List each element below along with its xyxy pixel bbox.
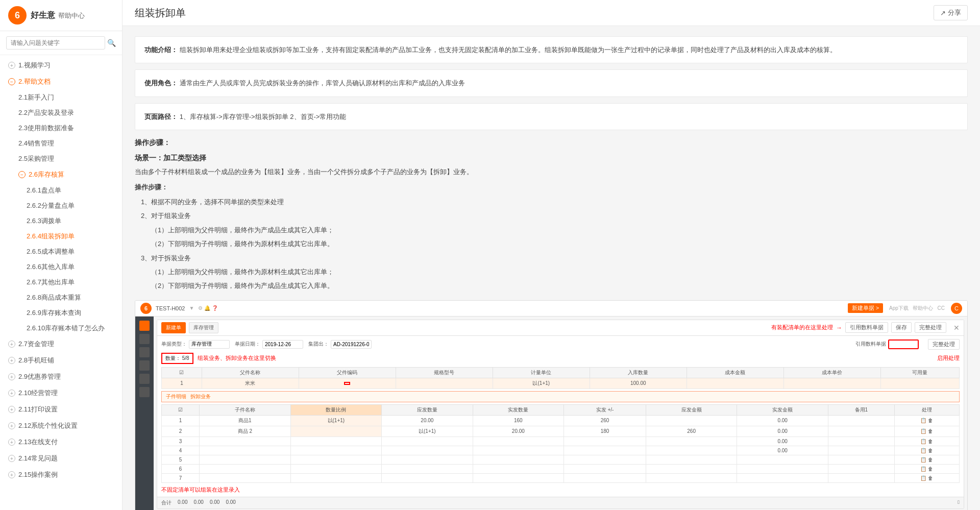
role-label: 使用角色： bbox=[144, 79, 178, 87]
scene1-title: 场景一：加工类型选择 bbox=[135, 154, 968, 163]
sidebar-item-2-15[interactable]: + 2.15操作案例 bbox=[0, 467, 122, 483]
mock-dialog: 新建单 库存管理 有装配清单的在这里处理 → 引用数料单据 保存 bbox=[157, 320, 964, 509]
share-label: 分享 bbox=[948, 8, 961, 17]
mock-expand-btn[interactable]: 完整处理 bbox=[928, 339, 960, 350]
step2-sub2: （2）下部明细为子件明细，最终作为原材料生成其它出库单。 bbox=[151, 238, 968, 250]
sidebar-item-2-2[interactable]: 2.2产品安装及登录 bbox=[0, 105, 122, 120]
sidebar: 6 好生意 帮助中心 🔍 + 1.视频学习 − 2.帮助文档 2.1新手入门 2… bbox=[0, 0, 122, 510]
col-parent-code: 父件编码 bbox=[299, 367, 396, 378]
sidebar-item-2-7-label: 2.7资金管理 bbox=[18, 339, 54, 349]
mock-lower-header: 子件明细 拆卸业务 bbox=[161, 391, 960, 402]
nav-section: + 1.视频学习 − 2.帮助文档 2.1新手入门 2.2产品安装及登录 2.3… bbox=[0, 55, 122, 485]
sidebar-item-2-6-7[interactable]: 2.6.7其他出库单 bbox=[0, 275, 122, 290]
steps-title: 操作步骤： bbox=[135, 181, 968, 193]
sidebar-item-2-5[interactable]: 2.5采购管理 bbox=[0, 151, 122, 166]
table-row: 5📋 🗑 bbox=[162, 455, 960, 464]
share-button[interactable]: ↗ 分享 bbox=[934, 5, 968, 20]
search-box: 🔍 bbox=[0, 31, 122, 55]
sidebar-item-2-13[interactable]: + 2.13在线支付 bbox=[0, 434, 122, 450]
sidebar-item-2-13-label: 2.13在线支付 bbox=[18, 438, 58, 447]
path-label: 页面路径： bbox=[144, 113, 178, 120]
col-unit-cost: 成本单价 bbox=[783, 367, 880, 378]
sidebar-item-2-9[interactable]: + 2.9优惠券管理 bbox=[0, 369, 122, 385]
sidebar-item-2-8[interactable]: + 2.8手机旺铺 bbox=[0, 352, 122, 369]
mock-confirm-btn[interactable]: 完整处理 bbox=[915, 322, 946, 333]
steps-list: 1、根据不同的业务，选择不同单据的类型来处理 2、对于组装业务 （1）上部明细为… bbox=[141, 196, 968, 292]
col-spec: 规格型号 bbox=[396, 367, 493, 378]
mock-tab-new[interactable]: 新建单 bbox=[161, 322, 186, 333]
expand-2-9-icon: + bbox=[8, 373, 15, 380]
mock-lower-table: ☑ 子件名称 数量比例 应发数量 实发数量 实发 +/- 应发金额 实发金额 bbox=[161, 404, 960, 483]
main-content: 组装拆卸单 ↗ 分享 功能介绍： 组装拆卸单用来处理企业组装或拆卸等加工业务，支… bbox=[122, 0, 980, 510]
sidebar-item-2-12[interactable]: + 2.12系统个性化设置 bbox=[0, 418, 122, 434]
table-row: 6📋 🗑 bbox=[162, 464, 960, 473]
mock-ref-input[interactable] bbox=[888, 339, 919, 349]
mock-fields: 单据类型： 单据日期： 集团出： bbox=[157, 336, 964, 353]
sidebar-item-2-6-3[interactable]: 2.6.3调拨单 bbox=[0, 213, 122, 229]
sidebar-item-2-1[interactable]: 2.1新手入门 bbox=[0, 90, 122, 105]
mock-lower-table-wrapper: ☑ 子件名称 数量比例 应发数量 实发数量 实发 +/- 应发金额 实发金额 bbox=[157, 402, 964, 485]
mock-field-id-input[interactable] bbox=[331, 340, 372, 349]
mock-logo: 6 bbox=[140, 303, 152, 314]
mock-field-id: 集团出： bbox=[308, 340, 372, 349]
mock-field-type-input[interactable] bbox=[189, 340, 230, 349]
step2-sub1: （1）上部明细为父件明细，最终作为产成品生成其它入库单； bbox=[151, 224, 968, 236]
sidebar-item-2-6-1[interactable]: 2.6.1盘点单 bbox=[0, 183, 122, 198]
col-cost: 成本金额 bbox=[687, 367, 783, 378]
mock-sidebar bbox=[135, 317, 154, 510]
mock-sidebar-icon-5 bbox=[139, 374, 150, 384]
topbar: 组装拆卸单 ↗ 分享 bbox=[122, 0, 980, 26]
sidebar-item-2-4[interactable]: 2.4销售管理 bbox=[0, 136, 122, 151]
annot4-label: 不固定清单可以组装在这里录入 bbox=[157, 485, 964, 497]
col-check: ☑ bbox=[162, 367, 202, 378]
mock-sidebar-icon-4 bbox=[139, 360, 150, 371]
mock-import-btn[interactable]: 引用数料单据 bbox=[845, 322, 888, 333]
screenshot-inner: 6 TEST-H002 ▼ ⚙ 🔔 ❓ 新建单据 > App下载 帮助中心 CC… bbox=[135, 301, 967, 510]
mock-close-icon[interactable]: ✕ bbox=[953, 324, 960, 332]
expand-2-10-icon: + bbox=[8, 390, 15, 397]
sidebar-item-2-6-6[interactable]: 2.6.6其他入库单 bbox=[0, 259, 122, 275]
sidebar-item-video[interactable]: + 1.视频学习 bbox=[0, 57, 122, 74]
annot1-label: 有装配清单的在这里处理 bbox=[771, 324, 833, 331]
collapse-icon: − bbox=[8, 78, 15, 85]
search-button[interactable]: 🔍 bbox=[107, 39, 116, 47]
sidebar-item-2-10-label: 2.10经营管理 bbox=[18, 388, 58, 398]
mock-footer: 合计 0.00 0.00 0.00 0.00  bbox=[157, 497, 964, 508]
table-row: 40.00📋 🗑 bbox=[162, 446, 960, 455]
sidebar-item-2-6-8[interactable]: 2.6.8商品成本重算 bbox=[0, 290, 122, 305]
sidebar-item-docs[interactable]: − 2.帮助文档 bbox=[0, 74, 122, 90]
sidebar-item-2-6-4[interactable]: 2.6.4组装拆卸单 bbox=[0, 229, 122, 244]
sidebar-item-2-14[interactable]: + 2.14常见问题 bbox=[0, 450, 122, 467]
feature-label: 功能介绍： bbox=[144, 46, 178, 54]
mock-body: 新建单 库存管理 有装配清单的在这里处理 → 引用数料单据 保存 bbox=[135, 317, 967, 510]
mock-tab-list[interactable]: 库存管理 bbox=[189, 322, 218, 333]
step3: 3、对于拆装业务 bbox=[141, 252, 968, 264]
mock-field-type: 单据类型： bbox=[161, 340, 230, 349]
mock-new-order-btn[interactable]: 新建单据 > bbox=[848, 303, 883, 313]
mock-field-date-input[interactable] bbox=[262, 340, 303, 349]
sidebar-item-2-11[interactable]: + 2.11打印设置 bbox=[0, 401, 122, 418]
mock-ref-label: 引用数料单据 bbox=[855, 341, 886, 348]
role-block: 使用角色： 通常由生产人员或库管人员完成拆装业务的操作，库管人员确认原材料的出库… bbox=[135, 69, 968, 96]
feature-block: 功能介绍： 组装拆卸单用来处理企业组装或拆卸等加工业务，支持有固定装配清单的产品… bbox=[135, 36, 968, 63]
sidebar-item-2-6[interactable]: − 2.6库存核算 bbox=[0, 166, 122, 183]
mock-upper-table: ☑ 父件名称 父件编码 规格型号 计量单位 入库数量 成本金额 成本单价 bbox=[161, 367, 960, 389]
sidebar-item-2-6-10[interactable]: 2.6.10库存账本错了怎么办 bbox=[0, 321, 122, 336]
share-icon: ↗ bbox=[940, 9, 946, 17]
col-qty: 计量单位 bbox=[493, 367, 590, 378]
path-text: 1、库存核算->库存管理->组装拆卸单 2、首页->常用功能 bbox=[180, 113, 347, 120]
mock-dialog-header: 新建单 库存管理 有装配清单的在这里处理 → 引用数料单据 保存 bbox=[157, 320, 964, 336]
sidebar-item-2-6-9[interactable]: 2.6.9库存账本查询 bbox=[0, 305, 122, 321]
search-input[interactable] bbox=[6, 36, 105, 50]
sidebar-item-2-10[interactable]: + 2.10经营管理 bbox=[0, 385, 122, 401]
table-row: 1商品1以(1+1)20.001602600.00📋 🗑 bbox=[162, 415, 960, 426]
sidebar-item-2-6-5[interactable]: 2.6.5成本调整单 bbox=[0, 244, 122, 259]
sidebar-item-2-6-2[interactable]: 2.6.2分量盘点单 bbox=[0, 198, 122, 213]
mock-save-btn[interactable]: 保存 bbox=[891, 322, 912, 333]
expand-2-15-icon: + bbox=[8, 471, 15, 478]
expand-2-14-icon: + bbox=[8, 455, 15, 462]
sidebar-item-2-7[interactable]: + 2.7资金管理 bbox=[0, 336, 122, 352]
logo-icon: 6 bbox=[8, 6, 27, 25]
ops-title: 操作步骤： bbox=[135, 138, 968, 148]
sidebar-item-2-3[interactable]: 2.3使用前数据准备 bbox=[0, 120, 122, 136]
